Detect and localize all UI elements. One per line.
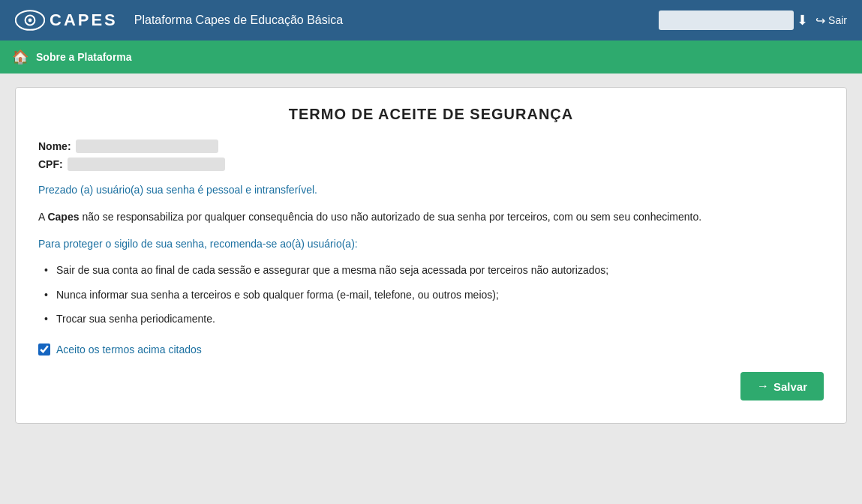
list-item-3: Trocar sua senha periodicamente. [44,310,824,327]
home-icon[interactable]: 🏠 [12,49,29,65]
nome-row: Nome: [38,140,824,153]
list-item-3-text: Trocar sua senha periodicamente. [56,313,215,325]
sobre-plataforma-link[interactable]: Sobre a Plataforma [36,51,132,63]
eye-icon [15,8,45,32]
cpf-label: CPF: [38,158,63,170]
capes-logo: CAPES [15,8,118,32]
save-label: Salvar [773,380,807,393]
user-info: Nome: CPF: [38,140,824,171]
paragraph-1-text: Prezado (a) usuário(a) sua senha é pesso… [38,184,317,196]
top-navbar: CAPES Plataforma Capes de Educação Básic… [0,0,862,40]
nome-value [76,140,218,153]
list-item-1: Sair de sua conta ao final de cada sessã… [44,262,824,278]
save-arrow-icon: → [757,380,769,393]
list-item-2-text: Nunca informar sua senha a terceiros e s… [56,289,499,301]
paragraph-1: Prezado (a) usuário(a) sua senha é pesso… [38,182,824,200]
logo-text: CAPES [50,10,118,30]
paragraph-2: A Capes não se responsabiliza por qualqu… [38,208,824,226]
checkbox-label[interactable]: Aceito os termos acima citados [56,341,202,359]
term-text: Prezado (a) usuário(a) sua senha é pesso… [38,182,824,358]
navbar-left: CAPES Plataforma Capes de Educação Básic… [15,8,343,32]
checkbox-row: Aceito os termos acima citados [38,341,824,359]
logout-icon: ↪ [815,14,825,28]
svg-point-2 [29,19,32,22]
term-list: Sair de sua conta ao final de cada sessã… [44,262,824,327]
logout-label: Sair [828,14,847,26]
list-item-1-text: Sair de sua conta ao final de cada sessã… [56,264,608,276]
download-icon[interactable]: ⬇ [797,12,808,28]
main-area: TERMO DE ACEITE DE SEGURANÇA Nome: CPF: … [0,74,862,437]
page-title: TERMO DE ACEITE DE SEGURANÇA [38,106,824,123]
navbar-right: ⬇ ↪ Sair [659,10,847,30]
accept-checkbox[interactable] [38,344,50,356]
button-row: → Salvar [38,372,824,400]
p2-suffix: não se responsabiliza por qualquer conse… [80,211,702,223]
cpf-row: CPF: [38,158,824,171]
list-item-2: Nunca informar sua senha a terceiros e s… [44,286,824,303]
p2-prefix: A [38,211,47,223]
search-input[interactable] [659,10,794,30]
save-button[interactable]: → Salvar [740,372,824,400]
cpf-value [68,158,225,171]
p2-bold: Capes [47,211,79,223]
paragraph-3: Para proteger o sigilo de sua senha, rec… [38,236,824,254]
search-container: ⬇ [659,10,808,30]
sub-navbar: 🏠 Sobre a Plataforma [0,40,862,74]
content-card: TERMO DE ACEITE DE SEGURANÇA Nome: CPF: … [15,87,847,424]
navbar-title: Plataforma Capes de Educação Básica [134,14,343,27]
nome-label: Nome: [38,140,71,152]
paragraph-3-text: Para proteger o sigilo de sua senha, rec… [38,238,358,250]
logout-button[interactable]: ↪ Sair [815,14,847,28]
